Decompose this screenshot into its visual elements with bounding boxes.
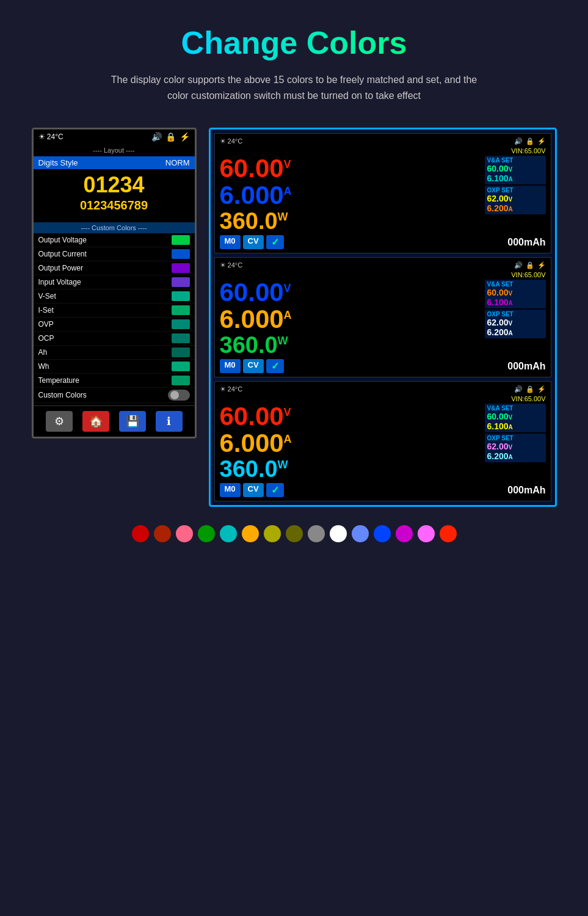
color-swatch[interactable]	[172, 277, 190, 287]
color-swatch[interactable]	[172, 319, 190, 329]
list-item[interactable]: Wh	[34, 360, 195, 374]
panel-3-power: 360.0W	[220, 457, 481, 481]
display-panel-3: ☀ 24°C 🔊 🔒 ⚡ VIN:65.00V 60.00V 6.000A 36…	[214, 381, 551, 501]
panel-2-body: 60.00V 6.000A 360.0W V&A SET 60.00V 6.10…	[220, 280, 546, 357]
m0-button-3[interactable]: M0	[220, 483, 241, 497]
color-palette	[132, 525, 457, 542]
palette-dot-14[interactable]	[418, 525, 435, 542]
palette-dot-13[interactable]	[396, 525, 413, 542]
home-button[interactable]: 🏠	[82, 411, 109, 432]
panel-2-temp: ☀ 24°C	[220, 261, 243, 269]
color-swatch[interactable]	[172, 291, 190, 301]
palette-dot-9[interactable]	[308, 525, 325, 542]
color-item-label: OCP	[38, 334, 54, 343]
page-title: Change Colors	[181, 24, 407, 61]
color-item-label: Input Voltage	[38, 278, 81, 286]
list-item[interactable]: Ah	[34, 346, 195, 360]
color-swatch[interactable]	[172, 347, 190, 357]
device-screen: ☀ 24°C 🔊 🔒 ⚡ ---- Layout ---- Digits Sty…	[32, 128, 197, 438]
palette-dot-6[interactable]	[242, 525, 259, 542]
palette-dot-2[interactable]	[154, 525, 171, 542]
color-item-label: Output Current	[38, 250, 87, 258]
page-subtitle: The display color supports the above 15 …	[111, 72, 477, 103]
digits-style-label: Digits Style	[38, 158, 78, 167]
speaker-icon: 🔊	[514, 385, 523, 393]
speaker-icon: 🔊	[151, 132, 162, 142]
digits-large: 01234	[36, 174, 192, 196]
cv-button-2[interactable]: CV	[243, 359, 264, 373]
list-item[interactable]: Output Voltage	[34, 233, 195, 247]
list-item[interactable]: OCP	[34, 332, 195, 346]
panel-1-side: V&A SET 60.00V 6.100A OXP SET 62.00V 6.2…	[485, 156, 546, 233]
list-item[interactable]: Output Current	[34, 247, 195, 261]
gear-button[interactable]: ⚙	[46, 411, 73, 432]
m0-button[interactable]: M0	[220, 235, 241, 249]
oxp-set-label-2: OXP SET	[487, 311, 543, 318]
check-button[interactable]: ✓	[266, 235, 284, 249]
save-button[interactable]: 💾	[119, 411, 146, 432]
color-item-label: V-Set	[38, 292, 56, 300]
list-item-custom-colors[interactable]: Custom Colors	[34, 388, 195, 403]
check-button-3[interactable]: ✓	[266, 483, 284, 497]
va-a-val-2: 6.100A	[487, 297, 543, 307]
va-set-label-3: V&A SET	[487, 405, 543, 412]
cv-button[interactable]: CV	[243, 235, 264, 249]
digits-style-row[interactable]: Digits Style NORM	[34, 156, 195, 169]
palette-dot-4[interactable]	[198, 525, 215, 542]
panel-1-voltage: 60.00V	[220, 156, 481, 181]
custom-colors-toggle[interactable]	[168, 390, 190, 401]
va-set-label-2: V&A SET	[487, 281, 543, 288]
check-button-2[interactable]: ✓	[266, 359, 284, 373]
color-swatch[interactable]	[172, 305, 190, 315]
list-item[interactable]: Temperature	[34, 374, 195, 388]
panel-1-temp: ☀ 24°C	[220, 137, 243, 145]
palette-dot-8[interactable]	[286, 525, 303, 542]
usb-icon: ⚡	[537, 385, 546, 393]
mah-value-2: 000mAh	[507, 361, 545, 372]
cv-button-3[interactable]: CV	[243, 483, 264, 497]
display-panel-2: ☀ 24°C 🔊 🔒 ⚡ VIN:65.00V 60.00V 6.000A 36…	[214, 257, 551, 377]
panel-3-bottom: M0 CV ✓ 000mAh	[220, 483, 546, 497]
panel-3-buttons: M0 CV ✓	[220, 483, 284, 497]
oxp-a-val-3: 6.200A	[487, 451, 543, 461]
main-content: ☀ 24°C 🔊 🔒 ⚡ ---- Layout ---- Digits Sty…	[32, 128, 557, 507]
palette-dot-5[interactable]	[220, 525, 237, 542]
digits-style-value: NORM	[165, 158, 190, 167]
color-swatch[interactable]	[172, 235, 190, 245]
panel-3-main: 60.00V 6.000A 360.0W	[220, 404, 481, 481]
palette-dot-11[interactable]	[352, 525, 369, 542]
list-item[interactable]: OVP	[34, 318, 195, 332]
palette-dot-15[interactable]	[440, 525, 457, 542]
device-header-icons: 🔊 🔒 ⚡	[151, 132, 190, 142]
panel-1-buttons: M0 CV ✓	[220, 235, 284, 249]
color-item-label: I-Set	[38, 306, 54, 314]
palette-dot-1[interactable]	[132, 525, 149, 542]
color-swatch[interactable]	[172, 376, 190, 385]
panel-2-main: 60.00V 6.000A 360.0W	[220, 280, 481, 357]
m0-button-2[interactable]: M0	[220, 359, 241, 373]
color-item-label: Output Voltage	[38, 236, 87, 244]
color-swatch[interactable]	[172, 333, 190, 343]
palette-dot-7[interactable]	[264, 525, 281, 542]
device-temp: ☀ 24°C	[38, 133, 64, 141]
color-swatch[interactable]	[172, 362, 190, 371]
palette-dot-12[interactable]	[374, 525, 391, 542]
list-item[interactable]: Input Voltage	[34, 275, 195, 289]
color-swatch[interactable]	[172, 249, 190, 259]
info-button[interactable]: ℹ	[156, 411, 183, 432]
list-item[interactable]: Output Power	[34, 261, 195, 275]
panel-3-temp: ☀ 24°C	[220, 385, 243, 393]
va-a-val-3: 6.100A	[487, 421, 543, 431]
color-item-label: Temperature	[38, 376, 79, 385]
list-item[interactable]: V-Set	[34, 289, 195, 304]
digits-small: 0123456789	[36, 198, 192, 213]
layout-section: ---- Layout ---- Digits Style NORM 01234…	[34, 144, 195, 220]
display-panel-1: ☀ 24°C 🔊 🔒 ⚡ VIN:65.00V 60.00V 6.000A 36…	[214, 133, 551, 253]
panel-3-oxp-section: OXP SET 62.00V 6.200A	[485, 434, 546, 462]
palette-dot-3[interactable]	[176, 525, 193, 542]
list-item[interactable]: I-Set	[34, 304, 195, 318]
mah-value: 000mAh	[507, 237, 545, 248]
palette-dot-10[interactable]	[330, 525, 347, 542]
color-item-label: Wh	[38, 362, 49, 371]
color-swatch[interactable]	[172, 263, 190, 273]
